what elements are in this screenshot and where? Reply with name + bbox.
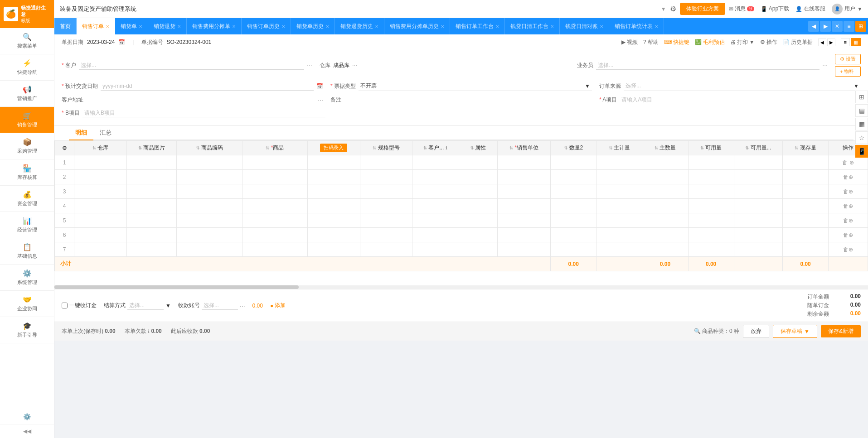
tab-cash-reconcile[interactable]: 钱贷日清对账 ✕	[560, 18, 609, 34]
view-video-btn[interactable]: ▶ 视频	[621, 39, 638, 46]
th-warehouse[interactable]: ⇅ 仓库	[74, 141, 127, 155]
prev-record-btn[interactable]: ◀	[818, 39, 826, 46]
auto-collect-checkbox[interactable]: 一键收订金	[62, 302, 97, 309]
save-draft-button[interactable]: 保存草稿 ▼	[773, 325, 817, 338]
horizontal-scrollbar[interactable]	[54, 285, 868, 289]
b-project-input[interactable]	[82, 109, 325, 117]
close-icon[interactable]: ✕	[177, 24, 181, 29]
delete-row-btn[interactable]: 🗑	[843, 232, 849, 238]
calendar-icon[interactable]: 📅	[118, 39, 125, 45]
staff-input[interactable]	[596, 61, 820, 70]
next-record-btn[interactable]: ▶	[827, 39, 835, 46]
solution-button[interactable]: 体验行业方案	[680, 3, 725, 15]
user-menu[interactable]: 👤 用户 ▼	[832, 4, 863, 14]
sidebar-item-search[interactable]: 🔍 搜索菜单	[0, 28, 54, 54]
th-stock[interactable]: ⇅ 现存量	[783, 141, 829, 155]
sidebar-item-quicknav[interactable]: ⚡ 快捷导航	[0, 54, 54, 81]
close-icon[interactable]: ✕	[232, 24, 236, 29]
auto-collect-input[interactable]	[62, 303, 68, 308]
copy-row-btn[interactable]: ⊕	[849, 246, 853, 253]
payment-dropdown-icon[interactable]: ▼	[165, 303, 171, 309]
settings-icon[interactable]: ⚙	[670, 5, 676, 13]
print-btn[interactable]: 🖨 打印 ▼	[730, 39, 755, 46]
close-icon[interactable]: ✕	[550, 24, 554, 29]
tab-sales-history[interactable]: 销售订单历史 ✕	[242, 18, 291, 34]
delete-row-btn[interactable]: 🗑	[843, 246, 849, 253]
tab-sales-refund-history[interactable]: 销货退货历史 ✕	[335, 18, 384, 34]
scan-btn[interactable]: 扫码录入	[320, 144, 347, 152]
list-view-btn[interactable]: ≡	[841, 38, 850, 46]
delete-row-btn[interactable]: 🗑	[843, 188, 849, 195]
add-payment-btn[interactable]: ● 添加	[270, 302, 286, 309]
shortcut-btn[interactable]: ⌨ 快捷键	[664, 39, 689, 46]
tab-cash-daily[interactable]: 钱贷日清工作台 ✕	[505, 18, 560, 34]
sidebar-item-sales[interactable]: 🛒 销售管理	[0, 107, 54, 133]
remark-input[interactable]	[344, 96, 592, 104]
sidebar-item-system[interactable]: ⚙️ 系统管理	[0, 265, 54, 291]
account-more-btn[interactable]: ···	[240, 302, 245, 309]
order-source-select[interactable]: 选择... ▼	[624, 81, 861, 91]
tab-sales-expense[interactable]: 销售费用分摊单 ✕	[187, 18, 242, 34]
delivery-calendar-icon[interactable]: 📅	[316, 83, 323, 89]
sidebar-item-operation[interactable]: 📊 经营管理	[0, 212, 54, 238]
close-icon[interactable]: ✕	[375, 24, 378, 29]
staff-more-btn[interactable]: ···	[822, 62, 828, 69]
close-icon[interactable]: ✕	[139, 24, 142, 29]
profit-btn[interactable]: 💹 毛利预估	[695, 39, 725, 46]
customer-more-btn[interactable]: ···	[307, 62, 312, 69]
setting-button[interactable]: ⚙ 设置	[835, 54, 861, 64]
sidebar-item-marketing[interactable]: 📢 营销推广	[0, 81, 54, 107]
delete-row-btn[interactable]: 🗑	[843, 217, 849, 224]
add-item-button[interactable]: + 物料	[835, 66, 861, 77]
close-icon[interactable]: ✕	[106, 24, 109, 29]
app-download-button[interactable]: 📱 App下载	[761, 5, 789, 13]
float-phone-btn[interactable]: 📱	[855, 145, 868, 158]
th-unit[interactable]: ⇅ *销售单位	[498, 141, 551, 155]
copy-row-btn[interactable]: ⊕	[849, 203, 853, 209]
tabs-next-btn[interactable]: ▶	[820, 21, 831, 32]
tab-home[interactable]: 首页	[54, 18, 77, 34]
operate-btn[interactable]: ⚙ 操作	[760, 39, 777, 46]
copy-row-btn[interactable]: ⊕	[849, 188, 853, 195]
tab-sales-stats[interactable]: 销售订单统计表 ✕	[609, 18, 664, 34]
close-icon[interactable]: ✕	[600, 24, 603, 29]
account-input[interactable]	[202, 301, 238, 310]
invoice-select[interactable]: 不开票 ▼	[359, 81, 592, 91]
delete-row-btn[interactable]: 🗑	[843, 174, 849, 180]
tab-summary[interactable]: 汇总	[93, 126, 118, 140]
th-avail[interactable]: ⇅ 可用量	[688, 141, 734, 155]
scrollbar-thumb[interactable]	[54, 285, 299, 289]
th-goods[interactable]: ⇅ *商品	[242, 141, 307, 155]
th-cust[interactable]: ⇅ 客户... ℹ	[412, 141, 458, 155]
close-icon[interactable]: ✕	[281, 24, 285, 29]
online-service-button[interactable]: 👤 在线客服	[795, 5, 825, 13]
close-icon[interactable]: ✕	[495, 24, 499, 29]
th-main-qty[interactable]: ⇅ 主数量	[642, 141, 688, 155]
delete-row-btn[interactable]: 🗑	[842, 159, 848, 166]
delivery-input[interactable]	[101, 82, 314, 91]
th-code[interactable]: ⇅ 商品编码	[177, 141, 242, 155]
sidebar-collapse-btn[interactable]: ◀◀	[0, 424, 54, 438]
tab-detail[interactable]: 明细	[69, 126, 93, 140]
dropdown-icon[interactable]: ▼	[661, 6, 666, 12]
copy-row-btn[interactable]: ⊕	[849, 159, 854, 166]
sidebar-item-inventory[interactable]: 🏪 库存核算	[0, 159, 54, 186]
sidebar-settings-btn[interactable]: ⚙️	[0, 409, 54, 424]
a-project-input[interactable]	[620, 96, 861, 104]
copy-row-btn[interactable]: ⊕	[849, 217, 853, 224]
tabs-more-btn[interactable]: ⊞	[855, 21, 866, 32]
date-value[interactable]: 2023-03-24	[87, 39, 115, 45]
delete-row-btn[interactable]: 🗑	[843, 203, 849, 209]
tabs-prev-btn[interactable]: ◀	[808, 21, 819, 32]
form-view-btn[interactable]: ▦	[851, 38, 861, 46]
tab-sales-refund[interactable]: 销货退货 ✕	[148, 18, 187, 34]
warehouse-more-btn[interactable]: ···	[352, 62, 358, 69]
copy-row-btn[interactable]: ⊕	[849, 174, 853, 180]
th-scan[interactable]: 扫码录入	[308, 141, 360, 155]
history-btn[interactable]: 📄 历史单据	[783, 39, 813, 46]
th-img[interactable]: ⇅ 商品图片	[126, 141, 176, 155]
message-button[interactable]: ✉ 消息 9	[729, 5, 754, 13]
th-settings[interactable]: ⚙	[55, 141, 74, 155]
tab-sales-workbench[interactable]: 销售订单工作台 ✕	[450, 18, 505, 34]
help-btn[interactable]: ? 帮助	[643, 39, 659, 46]
